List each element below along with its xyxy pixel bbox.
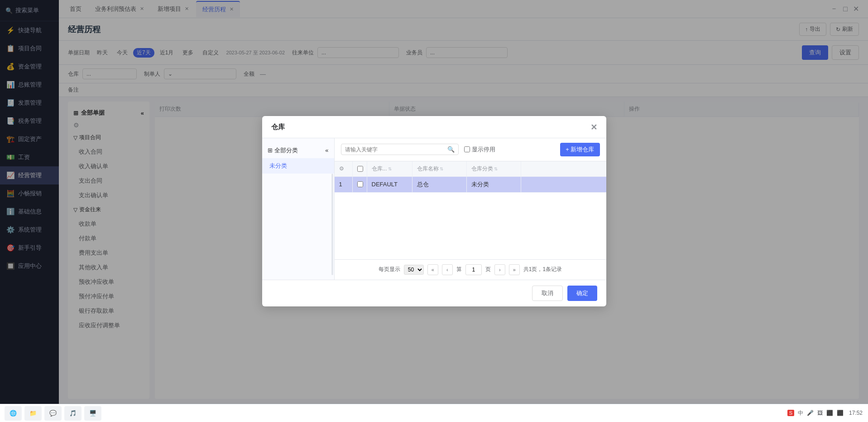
confirm-button[interactable]: 确定 <box>567 286 597 301</box>
modal-body: ⊞ 全部分类 « 未分类 🔍 <box>262 138 606 280</box>
modal-left-item-uncategorized[interactable]: 未分类 <box>262 158 334 174</box>
row-select-checkbox[interactable] <box>357 181 363 187</box>
modal-header: 仓库 ✕ <box>262 116 606 138</box>
tray-item1[interactable]: ⬛ <box>826 410 833 416</box>
modal-first-page[interactable]: « <box>427 264 438 275</box>
tray-mic-icon[interactable]: 🎤 <box>807 410 814 416</box>
show-disabled-label: 显示停用 <box>472 146 495 154</box>
modal-per-page-label: 每页显示 <box>379 266 400 273</box>
modal-page-input[interactable] <box>465 264 482 275</box>
modal-right-panel: 🔍 显示停用 + 新增仓库 ⚙ <box>335 138 606 280</box>
modal-overlay: 仓库 ✕ ⊞ 全部分类 « 未分类 <box>0 0 868 422</box>
row-name: 总仓 <box>412 177 467 192</box>
taskbar-item-chat[interactable]: 💬 <box>44 406 62 421</box>
show-disabled-checkbox-label[interactable]: 显示停用 <box>464 146 495 154</box>
modal-per-page-select[interactable]: 50 <box>404 265 424 275</box>
modal-search-icon[interactable]: 🔍 <box>447 146 455 153</box>
modal-left-collapse-icon[interactable]: « <box>325 147 328 154</box>
modal-footer: 取消 确定 <box>262 280 606 306</box>
modal-total-records: 共1页，1条记录 <box>523 266 562 273</box>
modal-search-input[interactable] <box>345 146 445 153</box>
modal-left-header[interactable]: ⊞ 全部分类 « <box>262 143 334 158</box>
tray-clock: 17:52 <box>849 410 863 416</box>
modal-th-code: 仓库... ⇅ <box>367 161 412 176</box>
tray-ime[interactable]: 中 <box>798 409 803 417</box>
modal-select-all-checkbox[interactable] <box>357 166 363 172</box>
row-category: 未分类 <box>467 177 521 192</box>
modal-left-scroll[interactable] <box>262 174 334 275</box>
modal-left-title: 全部分类 <box>274 146 298 155</box>
row-checkbox[interactable] <box>353 177 367 192</box>
modal-pagination: 每页显示 50 « ‹ 算 页 › » 共1页，1条记录 <box>335 259 606 280</box>
systray: S 中 🎤 🖼 ⬛ ⬛ 17:52 <box>782 404 868 422</box>
modal-title: 仓库 <box>271 123 285 131</box>
taskbar-item-browser[interactable]: 🌐 <box>5 406 22 421</box>
modal-left-panel: ⊞ 全部分类 « 未分类 <box>262 138 335 280</box>
modal-table: ⚙ 仓库... ⇅ 仓库名称 ⇅ <box>335 161 606 259</box>
modal-left-grid-icon: ⊞ <box>268 147 273 154</box>
row-index: 1 <box>335 177 353 192</box>
settings-col-icon[interactable]: ⚙ <box>339 165 344 172</box>
tray-item2[interactable]: ⬛ <box>837 410 844 416</box>
modal-page-label: 算 <box>456 266 462 273</box>
taskbar-item-folder[interactable]: 📁 <box>24 406 42 421</box>
modal-search-box: 🔍 <box>341 144 459 155</box>
name-sort-icon[interactable]: ⇅ <box>440 166 443 171</box>
show-disabled-checkbox[interactable] <box>464 146 470 152</box>
taskbar-item-screen[interactable]: 🖥️ <box>84 406 101 421</box>
modal-th-settings: ⚙ <box>335 161 353 176</box>
modal-th-category: 仓库分类 ⇅ <box>467 161 521 176</box>
modal-next-page[interactable]: › <box>494 264 505 275</box>
code-sort-icon[interactable]: ⇅ <box>388 166 392 171</box>
add-warehouse-button[interactable]: + 新增仓库 <box>560 143 599 156</box>
tray-s-icon: S <box>787 410 794 416</box>
modal-th-name: 仓库名称 ⇅ <box>412 161 467 176</box>
modal-left-scrollbar <box>331 174 333 275</box>
modal-last-page[interactable]: » <box>509 264 520 275</box>
row-code: DEFAULT <box>367 177 412 192</box>
modal-table-row[interactable]: 1 DEFAULT 总仓 未分类 <box>335 177 606 193</box>
taskbar-item-music[interactable]: 🎵 <box>64 406 82 421</box>
modal-toolbar: 🔍 显示停用 + 新增仓库 <box>335 138 606 161</box>
tray-image-icon[interactable]: 🖼 <box>817 410 823 416</box>
modal-th-checkbox <box>353 161 367 176</box>
category-sort-icon[interactable]: ⇅ <box>494 166 498 171</box>
taskbar: 🌐 📁 💬 🎵 🖥️ <box>0 404 868 422</box>
cancel-button[interactable]: 取消 <box>532 286 563 301</box>
modal-page-suffix: 页 <box>485 266 491 273</box>
modal-prev-page[interactable]: ‹ <box>442 264 453 275</box>
warehouse-modal: 仓库 ✕ ⊞ 全部分类 « 未分类 <box>262 116 606 306</box>
modal-table-header: ⚙ 仓库... ⇅ 仓库名称 ⇅ <box>335 161 606 177</box>
modal-close-button[interactable]: ✕ <box>590 122 597 132</box>
